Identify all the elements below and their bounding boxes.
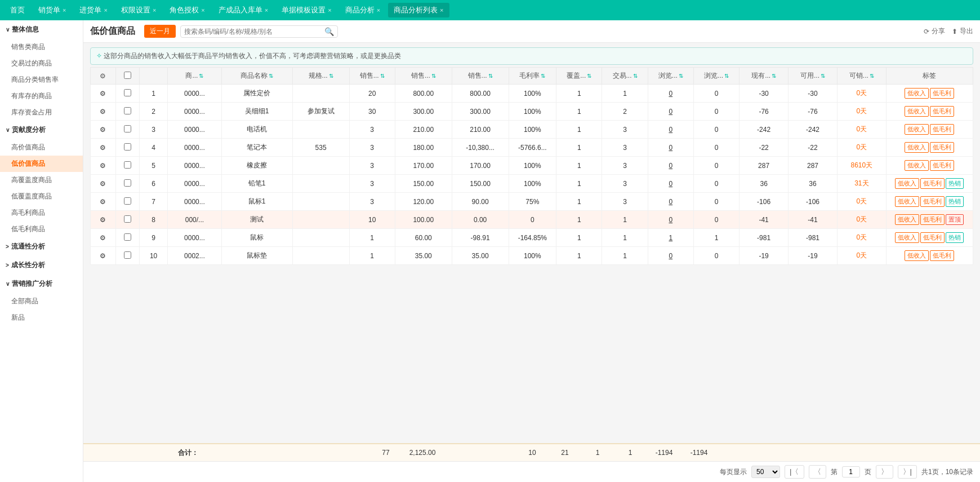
col-header-browse2[interactable]: 浏览...⇅ [693, 68, 739, 85]
tag-低毛利[interactable]: 低毛利 [930, 250, 954, 261]
col-header-sale-price[interactable]: 销售...⇅ [395, 68, 452, 85]
first-page-button[interactable]: |〈 [785, 465, 804, 479]
prev-page-button[interactable]: 〈 [809, 465, 826, 479]
period-button[interactable]: 近一月 [144, 25, 176, 38]
sidebar-item-low-value[interactable]: 低价值商品 [0, 156, 83, 172]
tag-低毛利[interactable]: 低毛利 [930, 160, 954, 171]
row-browse1[interactable]: 0 [648, 247, 693, 265]
col-header-trade-days[interactable]: 交易...⇅ [602, 68, 648, 85]
nav-purchase[interactable]: 进货单× [74, 3, 113, 17]
next-page-button[interactable]: 〉 [876, 465, 893, 479]
row-settings[interactable]: ⚙ [91, 175, 116, 193]
sidebar-section-growth[interactable]: > 成长性分析 [0, 256, 83, 275]
export-button[interactable]: ⬆ 导出 [952, 26, 973, 36]
tag-热销[interactable]: 热销 [946, 196, 964, 207]
row-select-checkbox[interactable] [124, 143, 131, 151]
row-browse1[interactable]: 0 [648, 121, 693, 139]
page-number-input[interactable] [842, 466, 860, 477]
tag-低收入[interactable]: 低收入 [905, 250, 929, 261]
col-header-browse1[interactable]: 浏览...⇅ [648, 68, 693, 85]
row-select-checkbox[interactable] [124, 107, 131, 114]
row-settings[interactable]: ⚙ [91, 139, 116, 157]
sidebar-item-new-products[interactable]: 新品 [0, 309, 83, 326]
row-select-checkbox[interactable] [124, 251, 131, 259]
row-checkbox[interactable] [115, 103, 139, 121]
col-header-settings[interactable]: ⚙ [91, 68, 116, 85]
row-checkbox[interactable] [115, 175, 139, 193]
sidebar-item-high-margin[interactable]: 高毛利商品 [0, 205, 83, 221]
row-settings[interactable]: ⚙ [91, 121, 116, 139]
tag-低收入[interactable]: 低收入 [905, 106, 929, 117]
col-header-name[interactable]: 商品名称⇅ [221, 68, 292, 85]
tag-低毛利[interactable]: 低毛利 [930, 88, 954, 99]
sidebar-item-high-value[interactable]: 高价值商品 [0, 139, 83, 156]
row-checkbox[interactable] [115, 193, 139, 211]
tag-低收入[interactable]: 低收入 [895, 196, 919, 207]
col-header-sell-days[interactable]: 可销...⇅ [837, 68, 886, 85]
sidebar-item-category-sales-rate[interactable]: 商品分类销售率 [0, 72, 83, 88]
row-checkbox[interactable] [115, 229, 139, 247]
tag-低收入[interactable]: 低收入 [895, 214, 919, 225]
select-all-checkbox[interactable] [124, 72, 131, 79]
row-browse1[interactable]: 0 [648, 139, 693, 157]
nav-product-analysis[interactable]: 商品分析× [340, 3, 386, 17]
sidebar-item-traded-products[interactable]: 交易过的商品 [0, 55, 83, 72]
sidebar-item-all-products[interactable]: 全部商品 [0, 293, 83, 309]
tag-低毛利[interactable]: 低毛利 [930, 142, 954, 153]
last-page-button[interactable]: 〉| [898, 465, 917, 479]
row-select-checkbox[interactable] [124, 197, 131, 205]
tag-低毛利[interactable]: 低毛利 [930, 106, 954, 117]
col-header-gross-margin[interactable]: 毛利率⇅ [509, 68, 556, 85]
col-header-sku[interactable]: 商...⇅ [168, 68, 221, 85]
row-settings[interactable]: ⚙ [91, 157, 116, 175]
row-select-checkbox[interactable] [124, 233, 131, 241]
row-checkbox[interactable] [115, 157, 139, 175]
row-settings[interactable]: ⚙ [91, 85, 116, 103]
row-select-checkbox[interactable] [124, 89, 131, 96]
row-settings[interactable]: ⚙ [91, 103, 116, 121]
tag-低收入[interactable]: 低收入 [905, 124, 929, 135]
tag-置顶[interactable]: 置顶 [946, 214, 964, 225]
sidebar-item-sales-products[interactable]: 销售类商品 [0, 39, 83, 55]
row-checkbox[interactable] [115, 247, 139, 265]
row-browse1[interactable]: 0 [648, 157, 693, 175]
tag-低收入[interactable]: 低收入 [905, 142, 929, 153]
nav-template[interactable]: 单据模板设置× [276, 3, 337, 17]
tag-低毛利[interactable]: 低毛利 [920, 232, 945, 243]
row-checkbox[interactable] [115, 139, 139, 157]
tag-低毛利[interactable]: 低毛利 [930, 124, 954, 135]
tag-热销[interactable]: 热销 [946, 232, 964, 243]
search-input[interactable] [184, 28, 324, 36]
col-header-current-stock[interactable]: 现有...⇅ [740, 68, 789, 85]
row-browse1[interactable]: 0 [648, 193, 693, 211]
col-header-sale-qty[interactable]: 销售...⇅ [349, 68, 395, 85]
row-settings[interactable]: ⚙ [91, 211, 116, 229]
sidebar-section-overall[interactable]: ∨ 整体信息 [0, 20, 83, 39]
col-header-avail-stock[interactable]: 可用...⇅ [789, 68, 838, 85]
row-browse1[interactable]: 0 [648, 103, 693, 121]
row-select-checkbox[interactable] [124, 125, 131, 132]
row-select-checkbox[interactable] [124, 179, 131, 187]
nav-product-analysis-list[interactable]: 商品分析列表× [388, 3, 449, 17]
sidebar-item-stock-capital[interactable]: 库存资金占用 [0, 104, 83, 121]
tag-热销[interactable]: 热销 [946, 178, 964, 189]
row-browse1[interactable]: 0 [648, 211, 693, 229]
tag-低收入[interactable]: 低收入 [905, 160, 929, 171]
row-browse1[interactable]: 1 [648, 229, 693, 247]
sidebar-item-in-stock-products[interactable]: 有库存的商品 [0, 88, 83, 104]
nav-permissions[interactable]: 权限设置× [115, 3, 162, 17]
nav-production[interactable]: 产成品入库单× [213, 3, 274, 17]
row-browse1[interactable]: 0 [648, 85, 693, 103]
col-header-sale-amount[interactable]: 销售...⇅ [452, 68, 509, 85]
nav-sales[interactable]: 销货单× [33, 3, 72, 17]
row-checkbox[interactable] [115, 85, 139, 103]
tag-低收入[interactable]: 低收入 [895, 178, 919, 189]
per-page-select[interactable]: 50 100 200 [751, 466, 780, 478]
row-settings[interactable]: ⚙ [91, 193, 116, 211]
sidebar-item-low-coverage[interactable]: 低覆盖度商品 [0, 188, 83, 205]
nav-roles[interactable]: 角色授权× [164, 3, 210, 17]
row-settings[interactable]: ⚙ [91, 247, 116, 265]
row-settings[interactable]: ⚙ [91, 229, 116, 247]
tag-低收入[interactable]: 低收入 [905, 88, 929, 99]
tag-低收入[interactable]: 低收入 [895, 232, 919, 243]
